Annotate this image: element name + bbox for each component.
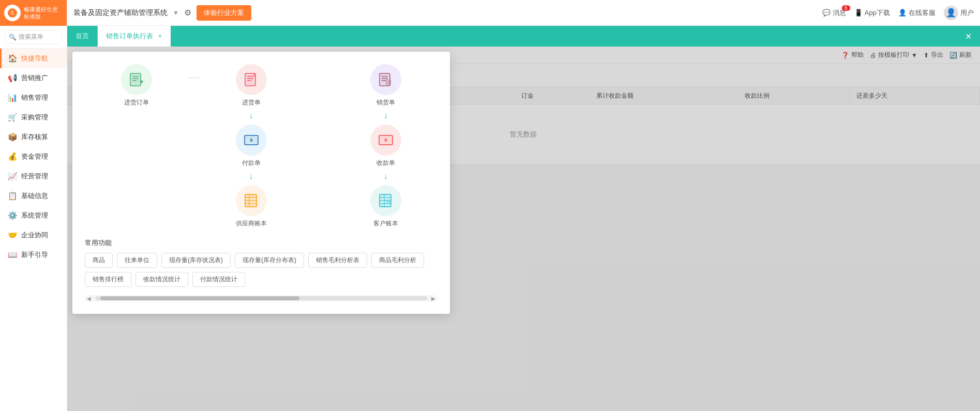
- tab-home[interactable]: 首页: [67, 26, 98, 47]
- logo-text: 畅康通好生意 标准版: [24, 6, 58, 21]
- func-button[interactable]: 付款情况统计: [192, 272, 245, 287]
- service-icon: 👤: [898, 9, 907, 17]
- system-title: 装备及固定资产辅助管理系统: [73, 8, 168, 18]
- purchase-bill-circle[interactable]: [236, 64, 267, 95]
- user-avatar-area[interactable]: 👤 用户: [944, 6, 974, 20]
- svg-text:6: 6: [11, 10, 14, 16]
- supplier-ledger-node[interactable]: 供应商账本: [236, 185, 267, 228]
- nav-label-inventory: 库存核算: [21, 132, 48, 142]
- arrow-sb-down: ↓: [384, 111, 388, 120]
- nav-icon-system: ⚙️: [8, 211, 17, 220]
- sales-col: 销货单 ↓ ¥ 收款单 ↓: [334, 64, 438, 228]
- customer-ledger-circle[interactable]: [370, 185, 401, 216]
- message-badge: 6: [842, 5, 850, 11]
- tab-close-sales-order-exec[interactable]: ×: [158, 33, 162, 40]
- modal-box: 进货订单 - - -→ 进货单 ↓: [72, 52, 450, 314]
- nav-label-finance: 资金管理: [21, 152, 48, 161]
- purchase-bill-col: 进货单 ↓ ¥ 付款单 ↓: [199, 64, 303, 228]
- arrow-pay-down: ↓: [249, 172, 253, 181]
- sidebar-nav: 🏠 快捷导航 📢 营销推广 📊 销售管理 🛒 采购管理 📦 库存核算 💰 资金管…: [0, 49, 67, 265]
- sidebar-item-basic-info[interactable]: 📋 基础信息: [0, 186, 67, 206]
- arrow-pb-down: ↓: [249, 111, 253, 120]
- sidebar-logo: 6 畅康通好生意 标准版: [0, 0, 67, 26]
- online-service-button[interactable]: 👤 在线客服: [898, 8, 936, 18]
- purchase-bill-node[interactable]: 进货单: [236, 64, 267, 107]
- close-all-tabs-button[interactable]: ✕: [957, 32, 980, 41]
- common-functions: 常用功能 商品往来单位现存量(库存状况表)现存量(库存分布表)销售毛利分析表商品…: [85, 238, 438, 287]
- search-icon: 🔍: [9, 34, 17, 41]
- payment-bill-circle[interactable]: ¥: [236, 125, 267, 156]
- purchase-order-node[interactable]: 进货订单: [85, 64, 188, 228]
- tab-bar: 首页销售订单执行表× ✕: [67, 26, 980, 47]
- nav-icon-purchase: 🛒: [8, 113, 17, 122]
- common-functions-title: 常用功能: [85, 238, 438, 248]
- func-button[interactable]: 销售排行榜: [85, 272, 131, 287]
- sales-bill-node[interactable]: 销货单: [370, 64, 401, 107]
- tab-sales-order-exec[interactable]: 销售订单执行表×: [98, 26, 171, 47]
- receipt-bill-label: 收款单: [376, 159, 395, 168]
- svg-rect-26: [386, 80, 391, 85]
- func-button[interactable]: 收款情况统计: [135, 272, 188, 287]
- nav-icon-sales: 📊: [8, 93, 17, 102]
- nav-icon-basic-info: 📋: [8, 191, 17, 201]
- sidebar-item-enterprise[interactable]: 🤝 企业协同: [0, 225, 67, 245]
- nav-icon-guide: 📖: [8, 250, 17, 260]
- sidebar-search-area: 🔍 搜索菜单: [0, 26, 67, 49]
- system-title-dropdown[interactable]: ▼: [173, 9, 179, 17]
- scrollbar-thumb[interactable]: [100, 296, 299, 300]
- svg-text:¥: ¥: [249, 137, 253, 143]
- func-button[interactable]: 销售毛利分析表: [308, 253, 367, 268]
- scrollbar-left-arrow[interactable]: ◀: [85, 294, 93, 302]
- nav-icon-enterprise: 🤝: [8, 231, 17, 240]
- receipt-bill-node[interactable]: ¥ 收款单: [370, 125, 401, 168]
- nav-label-purchase: 采购管理: [21, 113, 48, 122]
- trial-button[interactable]: 体验行业方案: [197, 5, 251, 21]
- sales-bill-label: 销货单: [376, 98, 395, 107]
- sidebar-item-guide[interactable]: 📖 新手引导: [0, 245, 67, 265]
- sidebar-item-purchase[interactable]: 🛒 采购管理: [0, 108, 67, 127]
- supplier-ledger-circle[interactable]: [236, 185, 267, 216]
- logo-icon: 6: [4, 5, 21, 21]
- sidebar-item-quick-nav[interactable]: 🏠 快捷导航: [0, 49, 67, 68]
- purchase-order-circle[interactable]: [121, 64, 152, 95]
- scrollbar-track[interactable]: [95, 296, 427, 300]
- content-area: ❓ 帮助 🖨 按模板打印 ▼ ⬆ 导出 🔄 刷新 yyyy-mm-dd 📅: [67, 47, 980, 411]
- modal-overlay: 进货订单 - - -→ 进货单 ↓: [67, 47, 980, 411]
- func-button[interactable]: 现存量(库存分布表): [235, 253, 304, 268]
- func-button[interactable]: 商品: [85, 253, 113, 268]
- svg-rect-7: [245, 73, 255, 86]
- message-button[interactable]: 💬 消息 6: [822, 8, 846, 18]
- sales-bill-circle[interactable]: [370, 64, 401, 95]
- func-buttons-row1: 商品往来单位现存量(库存状况表)现存量(库存分布表)销售毛利分析表商品毛利分析: [85, 253, 438, 268]
- receipt-bill-circle[interactable]: ¥: [370, 125, 401, 156]
- modal-scrollbar[interactable]: ◀ ▶: [85, 295, 438, 301]
- payment-bill-node[interactable]: ¥ 付款单: [236, 125, 267, 168]
- mid-spacer: [303, 64, 334, 228]
- sidebar-item-sales[interactable]: 📊 销售管理: [0, 88, 67, 108]
- user-avatar: 👤: [944, 6, 958, 20]
- download-icon: 📱: [854, 9, 863, 17]
- tab-label-sales-order-exec: 销售订单执行表: [106, 32, 153, 41]
- customer-ledger-node[interactable]: 客户账本: [370, 185, 401, 228]
- sidebar-item-system[interactable]: ⚙️ 系统管理: [0, 206, 67, 225]
- nav-label-guide: 新手引导: [21, 250, 48, 260]
- supplier-ledger-label: 供应商账本: [236, 219, 267, 228]
- func-button[interactable]: 往来单位: [117, 253, 157, 268]
- svg-text:¥: ¥: [384, 137, 388, 143]
- sidebar-item-inventory[interactable]: 📦 库存核算: [0, 127, 67, 147]
- sidebar-item-operations[interactable]: 📈 经营管理: [0, 166, 67, 186]
- func-button[interactable]: 商品毛利分析: [371, 253, 424, 268]
- func-button[interactable]: 现存量(库存状况表): [161, 253, 231, 268]
- nav-label-system: 系统管理: [21, 211, 48, 220]
- scrollbar-right-arrow[interactable]: ▶: [429, 294, 438, 302]
- svg-point-36: [386, 200, 390, 204]
- main-area: 装备及固定资产辅助管理系统 ▼ ⚙ 体验行业方案 💬 消息 6 📱 App下载 …: [67, 0, 980, 411]
- func-buttons-row2: 销售排行榜收款情况统计付款情况统计: [85, 272, 438, 287]
- svg-rect-2: [130, 73, 141, 86]
- sidebar-item-finance[interactable]: 💰 资金管理: [0, 147, 67, 166]
- settings-gear-button[interactable]: ⚙: [184, 8, 191, 18]
- sidebar-item-marketing[interactable]: 📢 营销推广: [0, 68, 67, 88]
- search-menu-button[interactable]: 🔍 搜索菜单: [4, 30, 63, 44]
- purchase-bill-label: 进货单: [242, 98, 261, 107]
- app-download-button[interactable]: 📱 App下载: [854, 8, 890, 18]
